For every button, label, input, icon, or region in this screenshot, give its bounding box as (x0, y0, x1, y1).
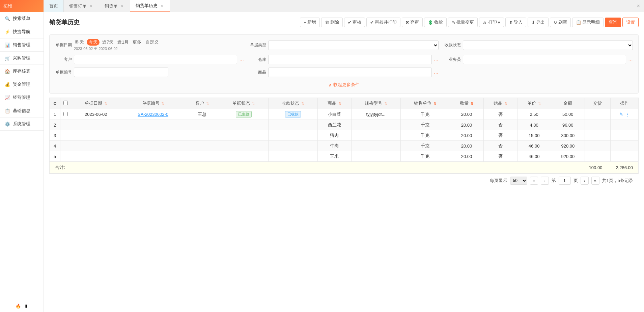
col-settings[interactable]: ⚙ (50, 98, 60, 109)
page-input[interactable] (559, 177, 571, 185)
tab-sales-order-close[interactable]: × (89, 4, 93, 8)
edit-icon[interactable]: ✎ (619, 112, 623, 117)
date-shortcut-today[interactable]: 今天 (87, 39, 100, 46)
refresh-button[interactable]: ↻ 刷新 (550, 18, 571, 27)
col-spec[interactable]: 规格型号 ⇅ (351, 98, 400, 109)
tab-sales-history[interactable]: 销货单历史 × (130, 0, 170, 12)
salesman-input[interactable] (463, 55, 626, 64)
tab-sales-order[interactable]: 销售订单 × (64, 0, 99, 12)
date-shortcut-1month[interactable]: 近1月 (116, 39, 130, 46)
sort-gift-icon: ⇅ (504, 102, 507, 105)
sidebar-item-sales-mgmt[interactable]: 📊 销售管理 (0, 38, 44, 52)
row-num: 4 (50, 141, 60, 151)
row-gift: 否 (483, 120, 517, 130)
settings-button[interactable]: 设置 (622, 18, 639, 27)
customer-dots[interactable]: … (239, 57, 244, 62)
audit-print-button[interactable]: ✔ 审核并打印 (366, 18, 400, 27)
col-doc-status[interactable]: 单据状态 ⇅ (219, 98, 268, 109)
import-label: 导入 (514, 19, 523, 25)
warehouse-dots[interactable]: … (434, 57, 439, 62)
sys-mgmt-icon: ⚙️ (5, 121, 10, 127)
delete-button[interactable]: 🗑 删除 (321, 18, 343, 27)
more-icon[interactable]: ⋮ (625, 112, 629, 117)
date-shortcut-more[interactable]: 更多 (131, 39, 143, 46)
abandon-button[interactable]: ✖ 弃审 (402, 18, 423, 27)
sidebar-item-finance-mgmt[interactable]: 💰 资金管理 (0, 78, 44, 91)
row-pay-status (268, 120, 317, 130)
row-action (610, 120, 638, 130)
audit-button[interactable]: ✔ 审核 (344, 18, 365, 27)
batch-change-icon: ✎ (452, 20, 455, 25)
doc-no-link[interactable]: SA-20230602-0 (138, 112, 168, 117)
col-gift[interactable]: 赠品 ⇅ (483, 98, 517, 109)
row-doc-no (121, 120, 185, 130)
per-page-select[interactable]: 50 20 100 (510, 177, 527, 185)
product-dots[interactable]: … (434, 70, 439, 75)
col-pay-status[interactable]: 收款状态 ⇅ (268, 98, 317, 109)
sidebar-item-purchase-mgmt[interactable]: 🛒 采购管理 (0, 52, 44, 65)
sidebar-item-quick-nav[interactable]: ⚡ 快捷导航 (0, 25, 44, 38)
doc-no-input[interactable] (74, 68, 168, 77)
query-button[interactable]: 查询 (605, 18, 621, 27)
tab-sales-delivery-close[interactable]: × (120, 4, 124, 8)
col-customer[interactable]: 客户 ⇅ (185, 98, 219, 109)
date-shortcut-yesterday[interactable]: 昨天 (74, 39, 85, 46)
sidebar-item-label: 快捷导航 (13, 29, 30, 35)
col-unit[interactable]: 销售单位 ⇅ (400, 98, 450, 109)
sidebar-item-base-info[interactable]: 📋 基础信息 (0, 104, 44, 118)
filter-group-salesman: 业务员 … (444, 55, 633, 64)
row-unit: 千克 (400, 151, 450, 162)
row-action (610, 130, 638, 141)
new-button[interactable]: + 新增 (300, 18, 320, 27)
date-shortcut-custom[interactable]: 自定义 (144, 39, 160, 46)
table-settings-icon[interactable]: ⚙ (53, 101, 57, 106)
batch-change-button[interactable]: ✎ 批量变更 (448, 18, 478, 27)
tab-sales-delivery[interactable]: 销货单 × (99, 0, 130, 12)
export-button[interactable]: ⬇ 导出 (528, 18, 549, 27)
sidebar-item-search-menu[interactable]: 🔍 搜索菜单 (0, 12, 44, 25)
warehouse-input[interactable] (268, 55, 431, 64)
col-price[interactable]: 单价 ⇅ (517, 98, 551, 109)
col-unit-label: 销售单位 (414, 101, 431, 106)
salesman-dots[interactable]: … (628, 57, 633, 62)
tab-sales-history-close[interactable]: × (160, 3, 164, 8)
sort-unit-icon: ⇅ (433, 102, 436, 105)
table-row: 2 西兰花 千克 20.00 否 4.80 96.00 (50, 120, 639, 130)
prev-page-btn[interactable]: ‹ (541, 177, 549, 185)
tab-home[interactable]: 首页 (44, 0, 64, 12)
collapse-button[interactable]: ∧ 收起更多条件 (55, 80, 633, 89)
select-all-checkbox[interactable] (63, 101, 68, 105)
customer-input[interactable] (74, 55, 237, 64)
sidebar-item-inventory-calc[interactable]: 🏠 库存核算 (0, 65, 44, 78)
filter-row-1: 单据日期 昨天 今天 近7天 近1月 更多 自定义 2023-06-02 至 2… (55, 39, 633, 51)
show-detail-button[interactable]: 📋 显示明细 (572, 18, 604, 27)
fire-icon[interactable]: 🔥 (16, 304, 21, 309)
collect-button[interactable]: 💲 收款 (424, 18, 447, 27)
pay-status-select[interactable] (463, 41, 633, 50)
import-button[interactable]: ⬆ 导入 (505, 18, 526, 27)
first-page-btn[interactable]: « (530, 177, 538, 185)
row-select-checkbox[interactable] (63, 112, 68, 116)
product-input[interactable] (268, 68, 431, 77)
next-page-btn[interactable]: › (581, 177, 589, 185)
doc-type-select[interactable] (268, 41, 438, 50)
sidebar-item-sys-mgmt[interactable]: ⚙️ 系统管理 (0, 118, 44, 131)
row-doc-no (121, 130, 185, 141)
col-product[interactable]: 商品 ⇅ (317, 98, 351, 109)
per-page-label: 每页显示 (490, 178, 507, 184)
pause-icon[interactable]: ⏸ (24, 304, 28, 309)
row-price: 4.80 (517, 120, 551, 130)
col-qty[interactable]: 数量 ⇅ (450, 98, 483, 109)
date-shortcut-7days[interactable]: 近7天 (101, 39, 115, 46)
print-button[interactable]: 🖨 打印 ▾ (479, 18, 504, 27)
row-unit: 千克 (400, 120, 450, 130)
last-page-btn[interactable]: » (591, 177, 599, 185)
tab-bar-close-btn[interactable]: × (633, 3, 644, 9)
row-amount: 920.00 (551, 141, 585, 151)
audit-icon: ✔ (348, 20, 352, 25)
col-doc-no[interactable]: 单据编号 ⇅ (121, 98, 185, 109)
sidebar-item-ops-mgmt[interactable]: 📈 经营管理 (0, 91, 44, 104)
collect-icon: 💲 (428, 20, 433, 25)
col-doc-date[interactable]: 单据日期 ⇅ (71, 98, 121, 109)
row-doc-no (121, 141, 185, 151)
